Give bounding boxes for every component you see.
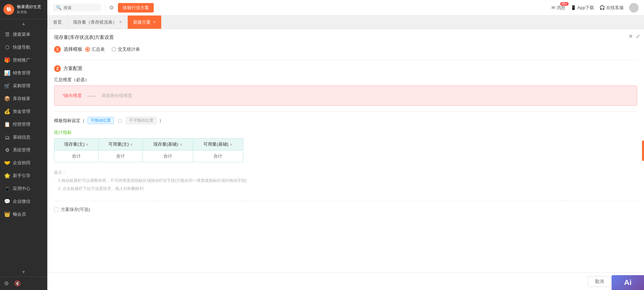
indicator-sep: ▢: [118, 118, 122, 123]
sidebar-item-wechat[interactable]: 💬 企业微信: [0, 195, 47, 208]
radio-summary-circle: [85, 47, 90, 52]
indicator-label-row: 模板指标设定（ 可拖动位置 ▢ 不可拖动位置 ）: [54, 117, 637, 124]
topbar-right: ✉ 消息 99+ 📱 App下载 🎧 在线客服: [551, 3, 639, 13]
radio-cross[interactable]: 交叉统计表: [112, 46, 140, 52]
tab-new-scheme-close-icon[interactable]: ✕: [153, 20, 156, 24]
tip1: 1.拖动标题栏可以调整布局，不可跨维度或指标区域拖动栏目字段(只能在同一维度或指…: [58, 176, 637, 185]
col-chevron-0: ∨: [86, 142, 89, 147]
sidebar-item-marketing[interactable]: 🎁 营销推广: [0, 54, 47, 67]
service-label: 在线客服: [606, 5, 624, 11]
col-sub-3: 合计: [193, 150, 243, 162]
sidebar-scroll-down[interactable]: ▼: [0, 268, 47, 276]
content-area: ✕ ⤢ 现存量(库存状况表)方案设置 1 选择模板 汇总表: [47, 29, 644, 272]
message-icon: ✉: [551, 5, 555, 10]
sidebar-item-member[interactable]: 👑 畅会员: [0, 208, 47, 221]
step1-section: 1 选择模板 汇总表 交叉统计表: [54, 46, 637, 53]
col-header-2[interactable]: 现存量(基辅) ∨: [143, 139, 193, 150]
expand-panel-button[interactable]: ⤢: [636, 33, 640, 40]
finance-icon: 💰: [4, 108, 10, 115]
step2-section: 2 方案配置 汇总维度（必选） *纵向维度 —— 请选择分组维度 模板指标设定（…: [54, 65, 637, 213]
content-inner: 现存量(库存状况表)方案设置 1 选择模板 汇总表 交叉统计表: [47, 29, 644, 225]
col-header-0[interactable]: 现存量(主) ∨: [54, 139, 99, 150]
tab-inventory-close-icon[interactable]: ✕: [119, 20, 122, 24]
col-sub-2: 合计: [143, 150, 193, 162]
tab-new-scheme[interactable]: 新建方案 ✕: [128, 16, 162, 29]
sidebar-item-newbie[interactable]: 🌟 新手引导: [0, 169, 47, 182]
sidebar-logo: 畅 畅康通好生意 标准版: [0, 0, 47, 19]
dimension-section-title: 汇总维度（必选）: [54, 77, 89, 82]
footer: 取消 查询: [47, 272, 644, 290]
sidebar-item-search[interactable]: ☰ 搜索菜单: [0, 28, 47, 41]
col-header-3[interactable]: 可用量(基辅) ∨: [193, 139, 243, 150]
sidebar-item-quick-nav[interactable]: ⬡ 快捷导航: [0, 41, 47, 54]
tabbar: 首页 现存量（库存状况表） ✕ 新建方案 ✕: [47, 16, 644, 29]
sidebar-scroll-up[interactable]: ▲: [0, 19, 47, 28]
draggable-badge: 可拖动位置: [88, 117, 114, 124]
col-header-1[interactable]: 可用量(主) ∨: [99, 139, 143, 150]
ai-badge[interactable]: Ai: [612, 275, 644, 290]
step1-divider: [54, 59, 637, 60]
message-button[interactable]: ✉ 消息 99+: [551, 5, 565, 11]
member-icon: 👑: [4, 211, 10, 217]
sidebar-item-label: 系统管理: [13, 147, 30, 153]
settings-icon[interactable]: ⚙: [4, 280, 9, 287]
topbar-search-box[interactable]: 🔍: [53, 4, 101, 11]
tab-inventory-status[interactable]: 现存量（库存状况表） ✕: [68, 16, 128, 29]
sidebar-item-label: 营销推广: [13, 57, 30, 63]
sound-icon[interactable]: 🔇: [14, 280, 21, 287]
message-badge: 99+: [560, 2, 569, 6]
system-icon: ⚙: [4, 147, 10, 153]
step1-title: 选择模板: [64, 46, 82, 52]
search-icon: 🔍: [56, 5, 61, 10]
tips-title: 提示：: [54, 168, 637, 176]
sidebar-item-basic-info[interactable]: 🗂 基础信息: [0, 131, 47, 144]
radio-summary[interactable]: 汇总表: [85, 46, 105, 52]
save-option-label: 方案保存(可选): [61, 207, 90, 213]
cancel-button[interactable]: 取消: [588, 276, 611, 287]
panel-controls: ✕ ⤢: [628, 33, 640, 40]
close-panel-button[interactable]: ✕: [628, 33, 633, 40]
save-divider: [54, 201, 637, 201]
tab-inventory-label: 现存量（库存状况表）: [73, 19, 117, 25]
tab-home[interactable]: 首页: [47, 16, 68, 29]
online-service-button[interactable]: 🎧 在线客服: [599, 5, 624, 11]
stats-section-label: 统计指标: [54, 129, 637, 136]
purchase-icon: 🛒: [4, 83, 10, 89]
topbar-divider: [105, 4, 105, 11]
sidebar-bottom: ⚙ 🔇: [0, 276, 47, 290]
gear-button[interactable]: ⚙: [109, 4, 114, 11]
sidebar-item-label: 销售管理: [13, 70, 30, 76]
logo-text: 畅康通好生意 标准版: [17, 4, 41, 15]
sidebar-item-management[interactable]: 📋 经营管理: [0, 118, 47, 131]
enterprise-icon: 🤝: [4, 160, 10, 166]
save-checkbox[interactable]: [54, 207, 59, 212]
dimension-area[interactable]: *纵向维度 —— 请选择分组维度: [54, 86, 637, 106]
search-input[interactable]: [64, 5, 97, 10]
orange-scroll-tab: [642, 141, 644, 161]
col-sub-1: 合计: [99, 150, 143, 162]
sidebar-item-app-center[interactable]: 📱 应用中心: [0, 182, 47, 195]
indicator-settings: 模板指标设定（ 可拖动位置 ▢ 不可拖动位置 ）: [54, 117, 637, 124]
sidebar-item-label: 企业协同: [13, 160, 30, 166]
app-center-icon: 📱: [4, 186, 10, 192]
sidebar-item-label: 采购管理: [13, 83, 30, 89]
sidebar-item-label: 畅会员: [13, 211, 26, 217]
indicator-label-pre: 模板指标设定（: [54, 118, 85, 124]
user-avatar[interactable]: [629, 3, 639, 13]
col-label-2: 现存量(基辅): [153, 141, 178, 147]
topbar: 🔍 ⚙ 体验行业方案 ✉ 消息 99+ 📱 App下载 🎧 在线客服: [47, 0, 644, 16]
industry-solution-button[interactable]: 体验行业方案: [118, 3, 154, 13]
app-download-button[interactable]: 📱 App下载: [571, 5, 594, 11]
sidebar-item-enterprise[interactable]: 🤝 企业协同: [0, 156, 47, 169]
sidebar-item-finance[interactable]: 💰 资金管理: [0, 105, 47, 118]
sidebar-item-inventory[interactable]: 📦 库存核算: [0, 92, 47, 105]
stats-row: 合计 合计 合计 合计: [54, 150, 243, 162]
sales-icon: 📊: [4, 70, 10, 76]
app-name: 畅康通好生意: [17, 4, 41, 10]
app-download-icon: 📱: [571, 5, 576, 10]
sidebar-item-system[interactable]: ⚙ 系统管理: [0, 144, 47, 156]
stats-section: 统计指标 现存量(主) ∨: [54, 129, 637, 162]
sidebar-item-purchase[interactable]: 🛒 采购管理: [0, 79, 47, 92]
management-icon: 📋: [4, 121, 10, 127]
sidebar-item-sales[interactable]: 📊 销售管理: [0, 67, 47, 79]
